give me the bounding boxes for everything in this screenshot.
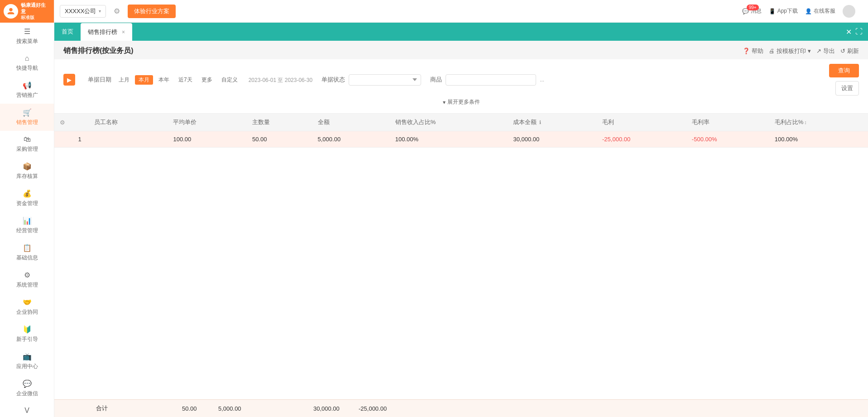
help-icon: ❓ bbox=[743, 48, 750, 54]
footer-cost: 30,000.00 bbox=[313, 405, 359, 412]
date-filter: 单据日期 上月 本月 本年 近7天 更多 自定义 2023-06-01 至 20… bbox=[88, 75, 312, 85]
sidebar-label-marketing: 营销推广 bbox=[16, 91, 38, 99]
sidebar-item-apps[interactable]: 📺 应用中心 bbox=[0, 348, 54, 375]
topbar-right: 💬 消息 99+ 📱 App下载 👤 在线客服 bbox=[742, 5, 863, 18]
sidebar-item-member[interactable]: V 畅会员 bbox=[0, 402, 54, 417]
date-tab-7days[interactable]: 近7天 bbox=[175, 75, 196, 85]
table-body: 1 100.00 50.00 5,000.00 100.00% 30,000.0… bbox=[54, 131, 868, 148]
settings-button[interactable]: 设置 bbox=[835, 81, 859, 96]
apps-icon: 📺 bbox=[23, 352, 32, 361]
main-area: XXXXX公司 ▾ ⚙ 体验行业方案 💬 消息 99+ 📱 App下载 👤 在线… bbox=[54, 0, 868, 417]
date-tab-custom[interactable]: 自定义 bbox=[218, 75, 241, 85]
sales-icon: 🛒 bbox=[23, 108, 32, 117]
sidebar-item-quicknav[interactable]: ⌂ 快捷导航 bbox=[0, 50, 54, 77]
tabbar-right: ✕ ⛶ bbox=[846, 28, 868, 36]
sidebar-item-operations[interactable]: 📊 经营管理 bbox=[0, 212, 54, 239]
member-icon: V bbox=[24, 407, 29, 415]
sidebar-item-search[interactable]: ☰ 搜索菜单 bbox=[0, 23, 54, 50]
goods-input[interactable] bbox=[446, 74, 536, 86]
app-download-label: App下载 bbox=[777, 7, 798, 15]
grosspct-info-icon[interactable]: ↕ bbox=[804, 120, 807, 125]
company-name: XXXXX公司 bbox=[65, 7, 96, 15]
print-icon: 🖨 bbox=[769, 48, 775, 54]
sidebar-item-wechat[interactable]: 💬 企业微信 bbox=[0, 375, 54, 402]
cell-qty: 50.00 bbox=[247, 131, 312, 148]
sidebar-item-inventory[interactable]: 📦 库存核算 bbox=[0, 158, 54, 185]
query-button[interactable]: 查询 bbox=[829, 64, 859, 77]
status-select[interactable] bbox=[349, 74, 421, 86]
settings-icon[interactable]: ⚙ bbox=[110, 5, 123, 18]
data-table: ⚙ 员工名称 平均单价 主数量 全额 销售收入占比% 成本全额 ℹ 毛利 毛利率… bbox=[54, 114, 868, 148]
sidebar-label-quicknav: 快捷导航 bbox=[16, 64, 38, 72]
refresh-label: 刷新 bbox=[847, 47, 859, 55]
status-filter-label: 单据状态 bbox=[321, 76, 345, 84]
cell-employee-name bbox=[89, 131, 168, 148]
guide-icon: 🔰 bbox=[23, 325, 32, 334]
expand-more-btn[interactable]: ▾ 展开更多条件 bbox=[443, 98, 480, 106]
refresh-btn[interactable]: ↺ 刷新 bbox=[840, 47, 859, 55]
user-avatar[interactable] bbox=[843, 5, 855, 18]
export-icon: ↗ bbox=[816, 48, 821, 54]
goods-filter: 商品 ... bbox=[430, 74, 544, 86]
sidebar-item-basicinfo[interactable]: 📋 基础信息 bbox=[0, 239, 54, 266]
col-avg-price: 平均单价 bbox=[168, 114, 246, 131]
template-print-label: 按模板打印 bbox=[777, 47, 806, 55]
date-tab-prev-month[interactable]: 上月 bbox=[115, 75, 133, 85]
expand-window-icon[interactable]: ⛶ bbox=[855, 28, 863, 36]
finance-icon: 💰 bbox=[23, 189, 32, 198]
marketing-icon: 📢 bbox=[23, 81, 32, 90]
sidebar: 畅康通好生意 标准版 ☰ 搜索菜单 ⌂ 快捷导航 📢 营销推广 🛒 销售管理 🛍… bbox=[0, 0, 54, 417]
sidebar-item-guide[interactable]: 🔰 新手引导 bbox=[0, 321, 54, 348]
close-window-icon[interactable]: ✕ bbox=[846, 28, 852, 36]
sidebar-item-purchase[interactable]: 🛍 采购管理 bbox=[0, 131, 54, 158]
app-version: 标准版 bbox=[21, 14, 50, 21]
sidebar-item-marketing[interactable]: 📢 营销推广 bbox=[0, 77, 54, 104]
message-badge: 99+ bbox=[747, 5, 759, 10]
app-download-btn[interactable]: 📱 App下载 bbox=[769, 7, 798, 15]
date-tab-more[interactable]: 更多 bbox=[198, 75, 216, 85]
sidebar-item-system[interactable]: ⚙ 系统管理 bbox=[0, 266, 54, 293]
col-employee-name: 员工名称 bbox=[89, 114, 168, 131]
cell-gross-profit: -25,000.00 bbox=[597, 131, 686, 148]
online-service-btn[interactable]: 👤 在线客服 bbox=[805, 7, 835, 15]
export-btn[interactable]: ↗ 导出 bbox=[816, 47, 835, 55]
help-label: 帮助 bbox=[752, 47, 763, 55]
date-tab-current-year[interactable]: 本年 bbox=[155, 75, 173, 85]
sidebar-item-sales[interactable]: 🛒 销售管理 bbox=[0, 104, 54, 131]
app-logo: 畅康通好生意 标准版 bbox=[0, 0, 54, 23]
message-btn[interactable]: 💬 消息 99+ bbox=[742, 7, 762, 15]
cell-rank: 1 bbox=[71, 131, 89, 148]
col-qty: 主数量 bbox=[247, 114, 312, 131]
content-area: 销售排行榜(按业务员) ❓ 帮助 🖨 按模板打印 ▾ ↗ 导出 ↺ 刷新 bbox=[54, 41, 868, 417]
tab-close-icon[interactable]: × bbox=[122, 29, 125, 35]
expand-icon: ▾ bbox=[443, 99, 446, 105]
col-gross-pct: 毛利占比%↕ bbox=[769, 114, 868, 131]
col-amount: 全额 bbox=[312, 114, 390, 131]
footer-amount: 5,000.00 bbox=[218, 405, 264, 412]
help-btn[interactable]: ❓ 帮助 bbox=[743, 47, 763, 55]
tab-sales-ranking[interactable]: 销售排行榜 × bbox=[81, 23, 132, 41]
wechat-icon: 💬 bbox=[23, 379, 32, 388]
sidebar-label-basicinfo: 基础信息 bbox=[16, 254, 38, 262]
col-settings[interactable]: ⚙ bbox=[54, 114, 71, 131]
col-gross-profit: 毛利 bbox=[597, 114, 686, 131]
sidebar-label-guide: 新手引导 bbox=[16, 336, 38, 343]
template-print-btn[interactable]: 🖨 按模板打印 ▾ bbox=[769, 47, 811, 55]
sidebar-item-cooperation[interactable]: 🤝 企业协同 bbox=[0, 293, 54, 321]
goods-more-link[interactable]: ... bbox=[540, 77, 544, 83]
expand-label: 展开更多条件 bbox=[447, 98, 480, 106]
cell-settings bbox=[54, 131, 71, 148]
tab-home[interactable]: 首页 bbox=[54, 23, 81, 41]
company-selector[interactable]: XXXXX公司 ▾ bbox=[60, 5, 106, 18]
footer-label: 合计 bbox=[96, 404, 141, 412]
date-tab-current-month[interactable]: 本月 bbox=[135, 75, 153, 85]
sidebar-item-finance[interactable]: 💰 资金管理 bbox=[0, 185, 54, 212]
trial-button[interactable]: 体验行业方案 bbox=[128, 5, 176, 18]
col-rank bbox=[71, 114, 89, 131]
page-actions: ❓ 帮助 🖨 按模板打印 ▾ ↗ 导出 ↺ 刷新 bbox=[743, 47, 859, 55]
sidebar-label-operations: 经营管理 bbox=[16, 227, 38, 235]
cell-cost: 30,000.00 bbox=[508, 131, 597, 148]
cost-info-icon[interactable]: ℹ bbox=[539, 120, 541, 125]
filter-collapse-btn[interactable]: ▶ bbox=[63, 74, 75, 86]
tabbar: 首页 销售排行榜 × ✕ ⛶ bbox=[54, 23, 868, 41]
